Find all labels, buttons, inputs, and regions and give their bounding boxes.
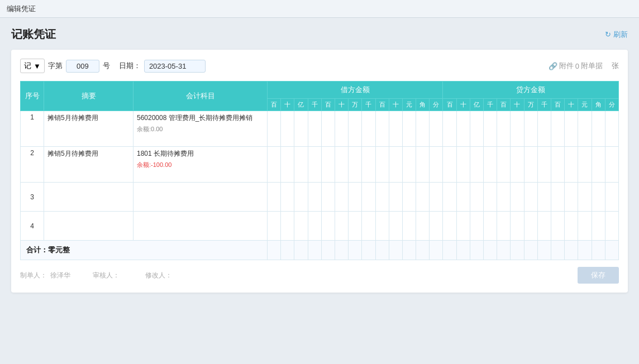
date-group: 日期： — [119, 60, 206, 73]
page-title: 记账凭证 — [11, 27, 56, 42]
total-label-cell: 合计：零元整 — [21, 241, 268, 260]
row2-summary[interactable]: 摊销5月待摊费用 — [44, 147, 133, 183]
creator-label: 制单人： — [20, 271, 47, 280]
th-c-bai: 百 — [443, 99, 456, 111]
main-header-row: 序号 摘要 会计科目 借方金额 贷方金额 — [21, 82, 619, 99]
row2-account[interactable]: 1801 长期待摊费用 余额:-100.00 — [133, 147, 268, 183]
row2-account-text: 1801 长期待摊费用 — [137, 149, 264, 159]
creator-name: 徐泽华 — [50, 271, 70, 280]
th-credit: 贷方金额 — [443, 82, 619, 99]
zi-di-label: 字第 — [48, 61, 63, 71]
voucher-type-group: 记 ▼ 字第 号 — [20, 59, 110, 73]
th-d-jiao: 角 — [416, 99, 430, 111]
voucher-card: 记 ▼ 字第 号 日期： 🔗 附件 0 附单据 张 — [11, 50, 628, 293]
th-c-wan: 万 — [524, 99, 537, 111]
table-row: 1 摊销5月待摊费用 56020008 管理费用_长期待摊费用摊销 余额:0.0… — [21, 111, 619, 147]
table-row: 2 摊销5月待摊费用 1801 长期待摊费用 余额:-100.00 — [21, 147, 619, 183]
th-d-shi3: 十 — [389, 99, 402, 111]
editor-group: 修改人： — [145, 271, 175, 280]
hao-label: 号 — [103, 61, 110, 71]
th-c-bai3: 百 — [551, 99, 564, 111]
th-d-fen: 分 — [430, 99, 443, 111]
table-row: 3 — [21, 183, 619, 212]
row4-account[interactable] — [133, 212, 268, 241]
th-debit: 借方金额 — [268, 82, 443, 99]
th-d-bai2: 百 — [321, 99, 335, 111]
th-d-shi: 十 — [281, 99, 294, 111]
th-d-yi: 亿 — [294, 99, 308, 111]
row1-account-text: 56020008 管理费用_长期待摊费用摊销 — [137, 113, 264, 123]
th-d-yuan: 元 — [402, 99, 416, 111]
refresh-label: 刷新 — [613, 30, 628, 40]
th-c-bai2: 百 — [497, 99, 511, 111]
dropdown-icon: ▼ — [34, 62, 41, 70]
attachment-link[interactable]: 🔗 附件 0 附单据 — [549, 61, 603, 71]
refresh-icon: ↻ — [605, 30, 611, 39]
th-c-qian2: 千 — [537, 99, 551, 111]
reviewer-label: 审核人： — [93, 271, 120, 280]
attachment-info: 🔗 附件 0 附单据 张 — [549, 61, 619, 71]
th-d-wan: 万 — [349, 99, 362, 111]
row3-account[interactable] — [133, 183, 268, 212]
th-c-yuan: 元 — [578, 99, 592, 111]
row1-balance: 余额:0.00 — [137, 125, 264, 133]
footer-row: 制单人： 徐泽华 审核人： 修改人： 保存 — [20, 267, 619, 284]
voucher-type-value: 记 — [24, 61, 31, 71]
row1-summary[interactable]: 摊销5月待摊费用 — [44, 111, 133, 147]
creator-group: 制单人： 徐泽华 — [20, 271, 70, 280]
th-c-jiao: 角 — [592, 99, 605, 111]
row2-seq: 2 — [21, 147, 44, 183]
voucher-number-input[interactable] — [66, 60, 99, 73]
reviewer-group: 审核人： — [93, 271, 123, 280]
total-label: 合计： — [26, 246, 48, 254]
th-c-fen: 分 — [605, 99, 618, 111]
th-c-qian: 千 — [484, 99, 497, 111]
th-c-shi2: 十 — [511, 99, 524, 111]
total-row: 合计：零元整 — [21, 241, 619, 260]
voucher-type-select[interactable]: 记 ▼ — [20, 59, 45, 73]
row3-summary[interactable] — [44, 183, 133, 212]
row3-seq: 3 — [21, 183, 44, 212]
form-row: 记 ▼ 字第 号 日期： 🔗 附件 0 附单据 张 — [20, 59, 619, 73]
row1-seq: 1 — [21, 111, 44, 147]
th-seq: 序号 — [21, 82, 44, 111]
page-header: 记账凭证 ↻ 刷新 — [11, 27, 628, 42]
th-account: 会计科目 — [133, 82, 268, 111]
title-bar-label: 编辑凭证 — [7, 4, 36, 14]
voucher-table: 序号 摘要 会计科目 借方金额 贷方金额 百 十 亿 千 百 十 万 千 百 十 — [20, 81, 619, 260]
row2-balance: 余额:-100.00 — [137, 161, 264, 169]
title-bar: 编辑凭证 — [0, 0, 639, 18]
th-d-qian2: 千 — [362, 99, 375, 111]
attachment-label: 附件 — [559, 61, 574, 71]
th-c-yi: 亿 — [470, 99, 483, 111]
th-summary: 摘要 — [44, 82, 133, 111]
editor-label: 修改人： — [145, 271, 172, 280]
th-d-bai3: 百 — [375, 99, 389, 111]
th-c-shi3: 十 — [565, 99, 578, 111]
date-input[interactable] — [144, 60, 206, 73]
th-d-bai: 百 — [268, 99, 281, 111]
paperclip-icon: 🔗 — [549, 62, 557, 70]
th-d-shi2: 十 — [335, 99, 348, 111]
th-d-qian: 千 — [308, 99, 321, 111]
refresh-button[interactable]: ↻ 刷新 — [605, 30, 628, 40]
row4-seq: 4 — [21, 212, 44, 241]
row1-account[interactable]: 56020008 管理费用_长期待摊费用摊销 余额:0.00 — [133, 111, 268, 147]
attachment-count: 0 — [575, 62, 579, 70]
main-container: 记账凭证 ↻ 刷新 记 ▼ 字第 号 日期： — [0, 18, 639, 364]
date-label: 日期： — [119, 61, 141, 71]
row4-summary[interactable] — [44, 212, 133, 241]
save-button[interactable]: 保存 — [578, 267, 619, 284]
table-row: 4 — [21, 212, 619, 241]
total-value: 零元整 — [48, 246, 70, 254]
th-c-shi: 十 — [456, 99, 470, 111]
zhang-label2: 附单据 — [581, 61, 603, 71]
zhang-count-label: 张 — [612, 61, 619, 71]
